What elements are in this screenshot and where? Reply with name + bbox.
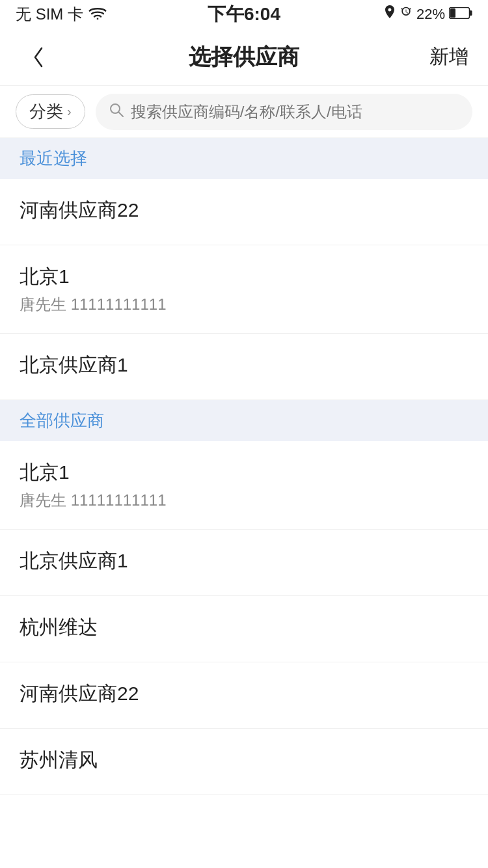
svg-line-5: [118, 112, 123, 116]
item-name: 河南供应商22: [20, 197, 468, 224]
item-name: 北京1: [20, 264, 468, 290]
item-name: 北京供应商1: [20, 548, 468, 575]
nav-bar: 选择供应商 新增: [0, 29, 488, 86]
svg-point-0: [97, 18, 99, 20]
item-name: 北京供应商1: [20, 352, 468, 379]
svg-rect-2: [470, 10, 472, 16]
item-detail: 唐先生 11111111111: [20, 490, 468, 511]
chevron-right-icon: ›: [67, 104, 72, 119]
list-item[interactable]: 苏州清风: [0, 729, 488, 795]
search-input[interactable]: [131, 103, 459, 121]
search-icon: [109, 102, 124, 122]
location-icon: [384, 5, 396, 23]
item-name: 北京1: [20, 459, 468, 486]
battery-text: 22%: [416, 6, 445, 23]
status-left: 无 SIM 卡: [16, 4, 107, 25]
page-title: 选择供应商: [189, 42, 299, 72]
filter-bar: 分类 ›: [0, 86, 488, 138]
category-label: 分类: [29, 100, 63, 123]
search-bar[interactable]: [96, 94, 472, 130]
battery-icon: [449, 6, 472, 23]
item-name: 河南供应商22: [20, 681, 468, 707]
all-section-header: 全部供应商: [0, 400, 488, 441]
recent-section-label: 最近选择: [20, 148, 87, 168]
list-item[interactable]: 杭州维达: [0, 596, 488, 662]
item-name: 苏州清风: [20, 747, 468, 774]
all-items-list: 北京1唐先生 11111111111北京供应商1杭州维达河南供应商22苏州清风: [0, 441, 488, 795]
list-item[interactable]: 河南供应商22: [0, 662, 488, 729]
item-detail: 唐先生 11111111111: [20, 294, 468, 315]
recent-section-header: 最近选择: [0, 138, 488, 179]
list-item[interactable]: 北京1唐先生 11111111111: [0, 441, 488, 530]
category-filter-button[interactable]: 分类 ›: [16, 94, 85, 129]
list-item[interactable]: 北京供应商1: [0, 530, 488, 596]
list-item[interactable]: 北京1唐先生 11111111111: [0, 245, 488, 334]
wifi-icon: [88, 5, 107, 23]
status-bar: 无 SIM 卡 下午6:04 22%: [0, 0, 488, 29]
list-item[interactable]: 北京供应商1: [0, 334, 488, 400]
item-name: 杭州维达: [20, 614, 468, 641]
status-time: 下午6:04: [208, 2, 280, 27]
recent-items-list: 河南供应商22北京1唐先生 11111111111北京供应商1: [0, 179, 488, 400]
status-right: 22%: [384, 5, 472, 23]
add-button[interactable]: 新增: [429, 44, 468, 70]
list-item[interactable]: 河南供应商22: [0, 179, 488, 245]
alarm-icon: [400, 6, 413, 23]
back-button[interactable]: [20, 38, 59, 77]
all-section-label: 全部供应商: [20, 411, 104, 430]
svg-rect-3: [450, 8, 455, 18]
carrier-text: 无 SIM 卡: [16, 4, 83, 25]
